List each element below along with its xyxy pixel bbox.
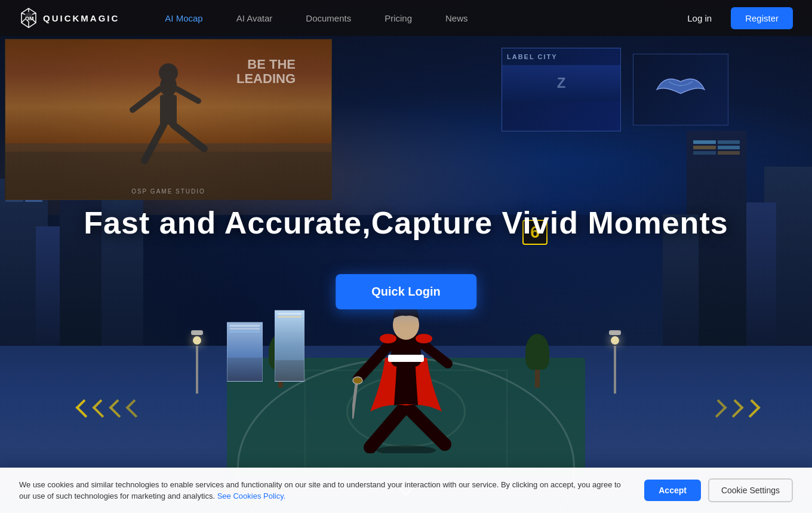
nav-link-ai-avatar[interactable]: AI Avatar (220, 0, 290, 36)
logo-link[interactable]: QM QuickMagic (19, 7, 119, 29)
cookie-text: We use cookies and similar technologies … (19, 479, 630, 502)
svg-rect-20 (388, 355, 424, 362)
lamp-light (193, 336, 201, 345)
svg-line-12 (177, 89, 198, 101)
street-kiosk-2 (275, 310, 304, 382)
svg-point-24 (353, 377, 362, 384)
flying-creature-icon (645, 66, 716, 113)
svg-line-18 (406, 406, 445, 444)
svg-point-26 (380, 334, 396, 343)
lamp-head (191, 330, 203, 335)
tree-right (525, 334, 549, 388)
login-button[interactable]: Log in (678, 8, 721, 28)
nav-link-pricing[interactable]: Pricing (368, 0, 429, 36)
svg-point-16 (376, 446, 436, 453)
svg-line-15 (173, 125, 204, 149)
hero-headline: Fast and Accurate,Capture Vivid Moments (0, 206, 812, 240)
cookies-policy-link[interactable]: See Cookies Policy. (217, 492, 286, 500)
svg-line-3 (32, 13, 36, 14)
nav-links: AI Mocap AI Avatar Documents Pricing New… (148, 0, 678, 36)
tree-trunk-r (535, 370, 540, 388)
logo-text-container: QuickMagic (43, 13, 119, 23)
nav-link-ai-mocap[interactable]: AI Mocap (148, 0, 219, 36)
hero-section: HT KET NUT PING LABEL CITY Z (0, 0, 812, 513)
character-svg (352, 286, 460, 453)
nav-actions: Log in Register (678, 7, 793, 29)
chevron-arrows-right (710, 403, 758, 414)
video-frame: BE THELEADING OSP GAME STUDIO (5, 39, 332, 200)
cookie-settings-button[interactable]: Cookie Settings (708, 478, 793, 502)
video-text-overlay: BE THELEADING (236, 57, 296, 86)
video-frame-inner: BE THELEADING OSP GAME STUDIO (5, 39, 331, 199)
billboard-city-sign: LABEL CITY Z (502, 48, 621, 131)
chevron-arrows-left (78, 403, 142, 414)
nav-link-news[interactable]: News (429, 0, 485, 36)
logo-icon: QM (19, 7, 38, 29)
billboard-right (633, 54, 728, 125)
svg-point-27 (416, 334, 432, 343)
person-silhouette-svg (121, 56, 216, 176)
navbar: QM QuickMagic AI Mocap AI Avatar Documen… (0, 0, 812, 36)
svg-rect-13 (160, 95, 177, 125)
accept-cookies-button[interactable]: Accept (644, 480, 701, 501)
lamp-post-left-1 (191, 330, 203, 394)
video-watermark-label: OSP GAME STUDIO (131, 188, 205, 195)
cookie-actions: Accept Cookie Settings (644, 478, 793, 502)
street-kiosk-1 (227, 322, 263, 382)
lamp-post-right-1 (609, 330, 621, 394)
hero-character (352, 286, 460, 453)
register-button[interactable]: Register (731, 7, 793, 29)
svg-line-17 (370, 406, 406, 447)
svg-text:QM: QM (25, 16, 34, 21)
svg-line-7 (21, 13, 25, 14)
logo-brand-name: QuickMagic (43, 13, 119, 23)
lamp-head-r (609, 330, 621, 335)
cookie-banner: We use cookies and similar technologies … (0, 468, 812, 513)
nav-link-documents[interactable]: Documents (289, 0, 368, 36)
quick-login-button[interactable]: Quick Login (336, 274, 476, 309)
svg-line-11 (133, 89, 160, 110)
tree-top-r (525, 334, 549, 370)
lamp-light-r (611, 336, 619, 345)
lamp-pole (196, 346, 198, 394)
lamp-pole-r (614, 346, 616, 394)
svg-line-14 (144, 125, 164, 161)
svg-line-23 (352, 379, 357, 417)
svg-point-10 (159, 63, 178, 82)
